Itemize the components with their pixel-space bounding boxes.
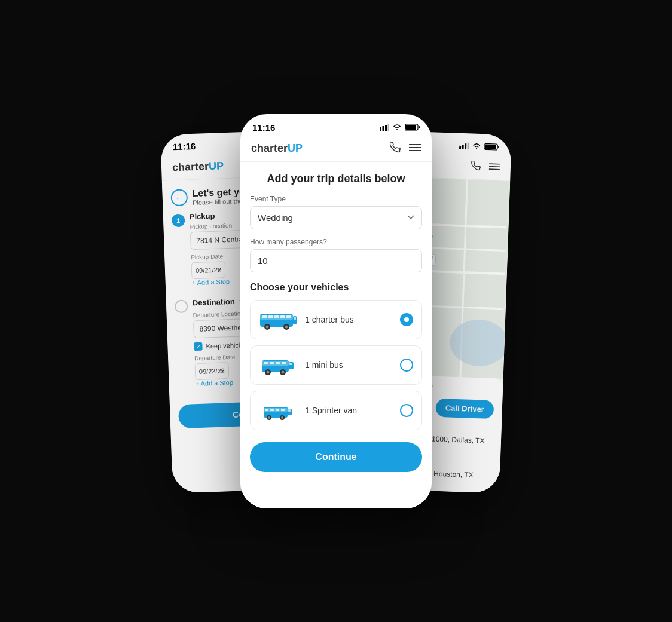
vehicles-section-title: Choose your vehicles: [250, 282, 422, 293]
logo-up-center: UP: [288, 142, 303, 155]
signal-icon-right: [459, 142, 469, 149]
sprinter-van-icon: [259, 399, 298, 422]
svg-rect-55: [462, 144, 464, 149]
battery-icon-center: [405, 124, 420, 131]
wifi-icon-center: [392, 124, 402, 131]
svg-point-49: [268, 416, 270, 419]
passengers-label: How many passengers?: [250, 238, 422, 246]
phone-icon-center[interactable]: [390, 142, 401, 155]
mini-bus-radio[interactable]: [400, 359, 413, 372]
svg-rect-23: [286, 315, 291, 318]
trip-details-form: Add your trip details below Event Type W…: [240, 162, 432, 508]
passengers-input[interactable]: [250, 249, 422, 272]
step2-label: Destination: [193, 296, 235, 307]
menu-icon-right[interactable]: [489, 161, 500, 174]
charter-bus-icon: [259, 308, 298, 332]
svg-rect-41: [289, 363, 292, 365]
back-button[interactable]: ←: [170, 189, 188, 206]
mini-bus-icon: [259, 353, 298, 377]
svg-rect-54: [459, 145, 461, 149]
svg-rect-8: [383, 126, 384, 131]
event-type-label: Event Type: [250, 195, 422, 203]
header-icons-right: [471, 161, 500, 174]
svg-rect-59: [485, 143, 496, 149]
svg-rect-21: [274, 315, 279, 318]
svg-rect-32: [264, 362, 268, 364]
svg-rect-10: [388, 124, 390, 131]
phone-center: 11:16 charterUP: [240, 114, 432, 508]
mini-bus-name: 1 mini bus: [305, 360, 393, 370]
status-icons-center: [380, 124, 420, 131]
svg-rect-19: [262, 315, 267, 318]
sprinter-van-card[interactable]: 1 Sprinter van: [250, 391, 422, 430]
svg-point-37: [267, 370, 270, 373]
status-time-left: 11:16: [173, 140, 196, 151]
pickup-date-select[interactable]: 09/21/22: [191, 261, 226, 279]
status-bar-center: 11:16: [240, 114, 432, 136]
event-type-select[interactable]: Wedding: [250, 206, 422, 229]
svg-rect-20: [268, 315, 273, 318]
battery-icon-right: [484, 142, 499, 150]
phone-icon-right[interactable]: [471, 161, 481, 173]
sprinter-van-radio[interactable]: [400, 404, 413, 417]
app-header-center: charterUP: [240, 136, 432, 162]
charter-bus-radio[interactable]: [400, 313, 413, 326]
svg-rect-7: [380, 127, 381, 131]
svg-rect-53: [288, 409, 291, 412]
signal-icon-center: [380, 124, 389, 131]
header-icons-center: [390, 142, 421, 155]
trip-title: Add your trip details below: [250, 173, 422, 185]
sprinter-van-name: 1 Sprinter van: [305, 406, 393, 415]
wifi-icon-right: [472, 142, 481, 150]
svg-rect-12: [405, 125, 416, 130]
svg-rect-57: [468, 142, 469, 149]
trip-details-content: Add your trip details below Event Type W…: [240, 162, 432, 508]
svg-line-61: [489, 163, 500, 164]
svg-rect-34: [276, 362, 280, 364]
logo-left: charterUP: [172, 160, 224, 174]
logo-charter-left: charter: [172, 160, 209, 174]
svg-point-27: [285, 325, 288, 328]
svg-point-39: [282, 370, 285, 373]
svg-rect-33: [270, 362, 274, 364]
departure-date-select[interactable]: 09/22/22: [194, 362, 229, 380]
svg-point-51: [281, 416, 283, 419]
logo-up-left: UP: [209, 160, 224, 173]
charter-bus-name: 1 charter bus: [305, 315, 393, 324]
svg-rect-46: [276, 409, 279, 411]
mini-bus-card[interactable]: 1 mini bus: [250, 345, 422, 385]
call-driver-button[interactable]: Call Driver: [435, 398, 494, 418]
svg-rect-29: [294, 317, 296, 320]
svg-rect-60: [498, 145, 499, 148]
step2-circle: [175, 299, 188, 313]
charter-bus-card[interactable]: 1 charter bus: [250, 300, 422, 339]
svg-rect-13: [419, 126, 420, 128]
logo-charter-center: charter: [251, 142, 288, 155]
svg-point-25: [266, 325, 269, 328]
status-icons-right: [459, 142, 499, 150]
logo-center: charterUP: [251, 142, 303, 155]
keep-vehicle-checkbox[interactable]: [194, 342, 202, 350]
svg-rect-22: [280, 315, 285, 318]
svg-rect-9: [385, 125, 387, 131]
svg-rect-56: [465, 143, 466, 149]
svg-rect-45: [270, 409, 274, 411]
svg-line-63: [489, 168, 500, 169]
svg-rect-35: [282, 362, 286, 364]
menu-icon-center[interactable]: [409, 142, 421, 155]
status-time-center: 11:16: [252, 122, 275, 133]
svg-rect-44: [265, 409, 268, 411]
svg-line-62: [489, 166, 500, 167]
svg-rect-47: [281, 409, 285, 411]
step1-number: 1: [172, 213, 185, 227]
center-continue-button[interactable]: Continue: [250, 442, 422, 472]
